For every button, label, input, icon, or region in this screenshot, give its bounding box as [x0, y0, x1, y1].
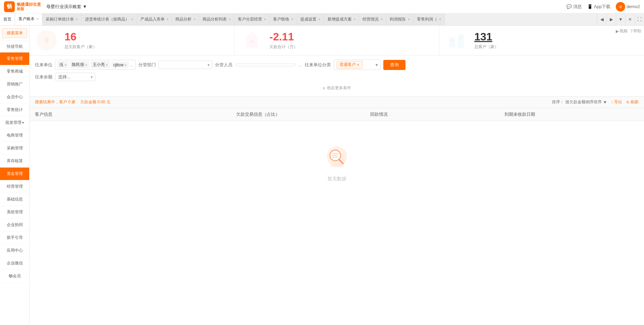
sidebar-item-business-mgmt[interactable]: 经营管理 [0, 180, 29, 193]
tab-accounts[interactable]: 客户账本 × [15, 13, 42, 25]
tab-home-label: 首页 [3, 16, 11, 22]
tab-customer-contact[interactable]: 客户联络 × [270, 13, 297, 25]
tab-product-analysis[interactable]: 商品分析 × [172, 13, 199, 25]
video-help-button[interactable]: ▶ 视频 [616, 28, 628, 34]
tab-retail-profit-close[interactable]: × [439, 17, 441, 21]
tab-promotion-settings-close[interactable]: × [318, 17, 320, 21]
sidebar-item-app-center[interactable]: 应用中心 [0, 244, 29, 257]
unit-tag-more[interactable]: ... [130, 63, 133, 67]
collapse-up-icon: ∧ [323, 86, 326, 91]
sidebar-item-purchase[interactable]: 采购管理 [0, 142, 29, 155]
unit-tag-wang-close[interactable]: × [106, 63, 108, 67]
sidebar-item-wholesale[interactable]: 批发管理 ▾ [0, 116, 29, 129]
tab-accounts-close[interactable]: × [37, 17, 39, 21]
sidebar-item-finance[interactable]: 资金管理 [0, 168, 29, 180]
svg-rect-16 [332, 157, 338, 157]
tab-scroll-left[interactable]: ◀ [597, 13, 606, 26]
tab-inbound-close[interactable]: × [131, 17, 133, 21]
sidebar-item-retail[interactable]: 零售管理 [0, 52, 29, 65]
dept-select-wrapper [159, 61, 212, 69]
sidebar-item-basic-info[interactable]: 基础信息 [0, 193, 29, 206]
svg-rect-5 [458, 34, 464, 48]
sidebar-item-inventory[interactable]: 库存核算 [0, 155, 29, 168]
category-select[interactable]: 普通客户 × ▼ [334, 60, 381, 70]
sidebar-item-ecommerce[interactable]: 电商管理 [0, 129, 29, 142]
svg-rect-14 [332, 153, 339, 154]
refresh-button[interactable]: ↻ 刷新 [626, 99, 639, 105]
category-tag-close[interactable]: × [357, 63, 359, 67]
sidebar-item-enterprise[interactable]: 企业协同 [0, 219, 29, 231]
tab-add-promotion-close[interactable]: × [354, 17, 356, 21]
tab-nav-buttons: ◀ ▶ ▼ ✕ ⛶ [597, 13, 644, 25]
filter-collapse-row: ∧ 收起更多条件 [35, 84, 639, 92]
sidebar-item-system[interactable]: 系统管理 [0, 206, 29, 219]
tab-promotion-settings[interactable]: 提成设置 × [297, 13, 324, 25]
stat-total-customers-content: 131 总客户（家） [474, 31, 499, 50]
sidebar-item-retail-mall[interactable]: 零售商城 [0, 65, 29, 78]
svg-text:¥: ¥ [44, 36, 49, 45]
sidebar-item-member[interactable]: 会员中心 [0, 91, 29, 104]
table-col-due-date: 到期未收款日期 [505, 111, 639, 117]
export-button[interactable]: ↑ 导出 [611, 99, 622, 105]
dept-select[interactable] [159, 61, 212, 69]
logo-text: 畅捷通好生意 标版 [17, 2, 41, 11]
tab-close-all[interactable]: ✕ [625, 13, 635, 26]
top-bar-right: 💬 消息 📱 App下载 d demo2 [566, 2, 640, 11]
tab-customer-tier-close[interactable]: × [264, 17, 266, 21]
help-button[interactable]: ? 帮助 [630, 28, 641, 34]
query-button[interactable]: 查询 [383, 60, 405, 70]
sidebar-item-new-guide[interactable]: 新手引导 [0, 231, 29, 244]
tab-production-inbound[interactable]: 产成品入库单 × [137, 13, 172, 25]
balance-select[interactable]: 选择... [55, 73, 95, 81]
tab-dropdown[interactable]: ▼ [616, 13, 625, 26]
tab-customer-tier-label: 客户分层经营 [238, 16, 262, 22]
tab-profit-report[interactable]: 利润报告 × [386, 13, 414, 25]
tab-production-close[interactable]: × [167, 17, 169, 21]
tab-business-status-close[interactable]: × [381, 17, 383, 21]
tab-profit-report-close[interactable]: × [408, 17, 410, 21]
logo-area: 畅 畅捷通好生意 标版 [4, 1, 41, 12]
tab-product-close[interactable]: × [194, 17, 196, 21]
sidebar-item-retail-stats[interactable]: 零售统计 [0, 104, 29, 116]
tab-product-analysis-list[interactable]: 商品分析列表 × [199, 13, 234, 25]
tab-product-list-close[interactable]: × [229, 17, 231, 21]
empty-state: 暂无数据 [320, 141, 354, 182]
tab-purchase-close[interactable]: × [76, 17, 78, 21]
sidebar-item-vip-member[interactable]: 畅会员 [0, 270, 29, 283]
main-layout: 搜索菜单 快捷导航 零售管理 零售商城 营销推广 会员中心 零售统计 批发管理 … [0, 26, 644, 325]
question-icon: ? [630, 29, 633, 34]
tab-production-label: 产成品入库单 [140, 16, 165, 22]
sidebar-item-marketing[interactable]: 营销推广 [0, 78, 29, 91]
tab-purchase-summary[interactable]: 采购订单统计表 × [42, 13, 82, 25]
sidebar-item-enterprise-wechat[interactable]: 企业微信 [0, 257, 29, 270]
tab-scroll-right[interactable]: ▶ [606, 13, 616, 26]
message-button[interactable]: 💬 消息 [566, 4, 582, 10]
unit-tag-chen-close[interactable]: × [85, 63, 87, 67]
tab-customer-tier[interactable]: 客户分层经营 × [234, 13, 270, 25]
table-col-overdue-info: 欠款交易信息（占比） [236, 111, 370, 117]
tab-retail-profit-label: 零售利润（ [417, 16, 437, 22]
sort-selector[interactable]: 排序： 按欠款金额倒序排序 ▼ [552, 99, 607, 105]
svg-rect-4 [449, 37, 455, 48]
search-menu-button[interactable]: 搜索菜单 [2, 28, 27, 38]
tab-customer-contact-close[interactable]: × [291, 17, 293, 21]
svg-point-11 [330, 164, 344, 168]
download-icon: 📱 [587, 4, 593, 9]
tab-inbound-stats[interactable]: 进货单统计表（按商品） × [82, 13, 137, 25]
video-icon: ▶ [616, 29, 619, 34]
tab-home[interactable]: 首页 [0, 13, 15, 25]
tab-business-status[interactable]: 经营情况 × [359, 13, 386, 25]
unit-tag-wu-close[interactable]: × [65, 63, 67, 67]
unit-tag-wu: 伍 × [57, 61, 69, 68]
app-download-button[interactable]: 📱 App下载 [587, 4, 610, 10]
tab-retail-profit[interactable]: 零售利润（ × [414, 13, 445, 25]
unit-tag-cjttcw-close[interactable]: × [124, 63, 126, 67]
collapse-button[interactable]: ∧ 收起更多条件 [35, 84, 639, 92]
user-avatar-area[interactable]: d demo2 [616, 2, 640, 11]
stat-overdue-amount-label: 欠款合计（万） [269, 44, 298, 50]
person-dots[interactable]: ... [298, 62, 302, 67]
sidebar-quick-nav[interactable]: 快捷导航 [0, 41, 29, 52]
tab-add-promotion[interactable]: 新增提成方案 × [324, 13, 359, 25]
workspace-selector[interactable]: 母婴行业演示账套 ▼ [44, 2, 90, 11]
tab-fullscreen[interactable]: ⛶ [635, 13, 644, 26]
